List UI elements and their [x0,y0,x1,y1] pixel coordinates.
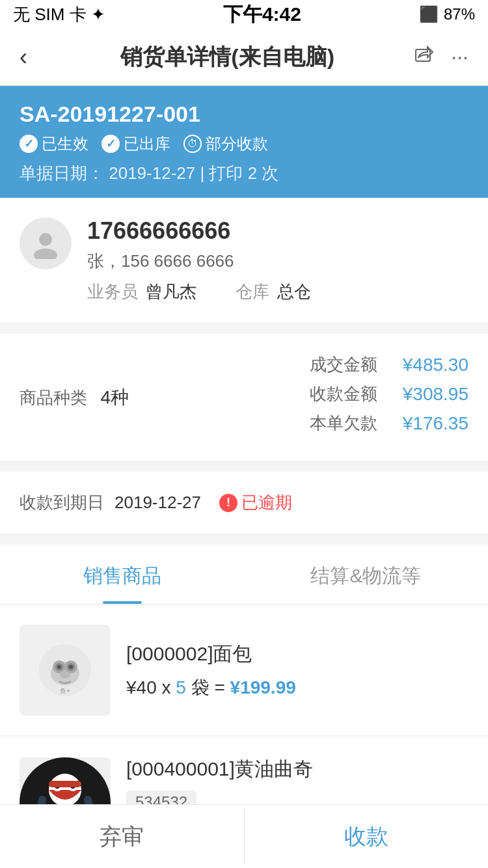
header-badges: ✓ 已生效 ✓ 已出库 ⏱ 部分收款 [20,133,468,154]
header-banner: SA-20191227-001 ✓ 已生效 ✓ 已出库 ⏱ 部分收款 单据日期：… [0,86,488,198]
svg-point-2 [34,249,57,259]
badge-shipped: ✓ 已出库 [102,133,170,154]
owed-value: ¥176.35 [390,413,468,434]
page-title: 销货单详情(来自电脑) [40,42,414,72]
list-item: 鱼+ [0000002]面包 ¥40 x 5 袋 = ¥199.99 [0,605,488,735]
product-type-area: 商品种类 4种 [20,385,129,410]
product-details-1: [0000002]面包 ¥40 x 5 袋 = ¥199.99 [126,641,468,700]
received-line: 收款金额 ¥308.95 [310,383,468,405]
warehouse-value: 总仓 [277,280,311,303]
avatar [20,217,72,269]
due-date: 2019-12-27 [115,493,201,513]
warehouse-item: 仓库 总仓 [236,280,311,303]
product-thumb-1: 鱼+ [20,625,111,716]
check-icon-shipped: ✓ [102,135,120,153]
more-icon[interactable]: ··· [451,45,468,69]
status-right: ⬛ 87% [419,5,475,23]
warehouse-label: 仓库 [236,280,269,303]
customer-info: 17666666666 张，156 6666 6666 业务员 曾凡杰 仓库 总… [87,217,468,303]
customer-name-phone: 张，156 6666 6666 [87,250,468,273]
due-label: 收款到期日 [20,491,104,514]
svg-point-1 [39,233,52,246]
customer-id: 17666666666 [87,217,468,245]
check-icon-active: ✓ [20,135,38,153]
amounts-area: 成交金额 ¥485.30 收款金额 ¥308.95 本单欠款 ¥176.35 [310,353,468,441]
svg-point-9 [57,665,61,669]
badge-partial: ⏱ 部分收款 [183,133,268,154]
customer-meta: 业务员 曾凡杰 仓库 总仓 [87,280,468,303]
received-value: ¥308.95 [390,384,468,405]
status-time: 下午4:42 [223,1,301,28]
nav-actions: ··· [414,44,468,70]
status-left: 无 SIM 卡 ✦ [13,3,105,26]
product-type-label: 商品种类 [20,388,87,407]
svg-point-11 [60,671,70,679]
sales-rep-value: 曾凡杰 [146,280,197,303]
svg-point-10 [69,665,73,669]
summary-row: 商品种类 4种 成交金额 ¥485.30 收款金额 ¥308.95 本单欠款 ¥… [20,353,468,441]
tabs: 销售商品 结算&物流等 [0,545,488,605]
bottom-toolbar: 弃审 收款 [0,804,488,868]
product-price-1: ¥40 x 5 袋 = ¥199.99 [126,675,468,700]
share-icon[interactable] [414,44,435,70]
svg-text:鱼+: 鱼+ [60,687,70,694]
clock-icon: ⏱ [183,135,202,153]
customer-section: 17666666666 张，156 6666 6666 业务员 曾凡杰 仓库 总… [0,198,488,323]
battery-icon: ⬛ [419,5,439,23]
header-date: 单据日期： 2019-12-27 | 打印 2 次 [20,162,468,185]
due-section: 收款到期日 2019-12-27 ! 已逾期 [0,472,488,534]
product-qty-1: 5 [176,677,186,698]
badge-active: ✓ 已生效 [20,133,88,154]
svg-rect-19 [49,781,81,787]
owed-label: 本单欠款 [310,412,377,435]
owed-line: 本单欠款 ¥176.35 [310,412,468,435]
nav-bar: ‹ 销货单详情(来自电脑) ··· [0,29,488,86]
deal-amount-line: 成交金额 ¥485.30 [310,353,468,376]
product-total-1: ¥199.99 [230,677,296,698]
overdue-text: 已逾期 [241,491,292,514]
status-bar: 无 SIM 卡 ✦ 下午4:42 ⬛ 87% [0,0,488,29]
deal-amount-label: 成交金额 [310,353,377,376]
product-count: 4种 [100,387,129,407]
tab-products[interactable]: 销售商品 [0,545,244,604]
sales-rep-item: 业务员 曾凡杰 [87,280,197,303]
received-label: 收款金额 [310,383,377,405]
sales-rep-label: 业务员 [87,280,138,303]
summary-section: 商品种类 4种 成交金额 ¥485.30 收款金额 ¥308.95 本单欠款 ¥… [0,334,488,461]
back-button[interactable]: ‹ [20,44,27,71]
product-name-1: [0000002]面包 [126,641,468,668]
confirm-button[interactable]: 收款 [245,809,489,865]
deal-amount-value: ¥485.30 [390,355,468,375]
cancel-button[interactable]: 弃审 [0,809,245,865]
product-name-2: [000400001]黄油曲奇 [126,756,468,783]
order-id: SA-20191227-001 [20,102,468,127]
tab-settlement[interactable]: 结算&物流等 [244,545,488,604]
overdue-icon: ! [219,494,237,512]
overdue-badge: ! 已逾期 [211,489,300,517]
